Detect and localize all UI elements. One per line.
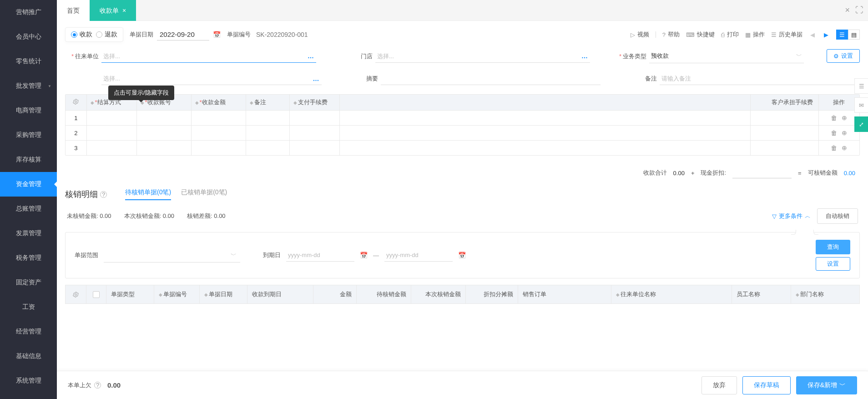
sidebar-item-fixed-assets[interactable]: 固定资产: [0, 270, 57, 295]
history-button[interactable]: ☰历史单据: [771, 30, 802, 39]
sidebar-item-invoice[interactable]: 发票管理: [0, 221, 57, 246]
tab-close-all-icon[interactable]: ×: [845, 5, 850, 15]
table-row[interactable]: 1🗑⊕: [66, 111, 859, 126]
help-button[interactable]: ?帮助: [662, 30, 680, 39]
sidebar-item-basic-info[interactable]: 基础信息: [0, 344, 57, 369]
staff-picker-icon[interactable]: …: [311, 75, 322, 82]
rail-btn-expand[interactable]: ⤢: [854, 116, 868, 132]
video-button[interactable]: ▷视频: [631, 30, 649, 39]
table-row[interactable]: 3🗑⊕: [66, 141, 859, 156]
radio-receive[interactable]: 收款: [71, 30, 92, 39]
delete-icon[interactable]: 🗑: [828, 114, 839, 121]
table-gear-header[interactable]: [66, 95, 86, 111]
bth-duedate[interactable]: 收款到期日: [247, 285, 313, 303]
due-to-input[interactable]: [384, 249, 453, 262]
sidebar-item-tax[interactable]: 税务管理: [0, 246, 57, 270]
save-draft-button[interactable]: 保存草稿: [742, 376, 791, 394]
add-row-icon[interactable]: ⊕: [839, 129, 849, 136]
store-input[interactable]: [375, 50, 580, 62]
rail-btn-2[interactable]: ✉: [854, 97, 868, 113]
summary-input[interactable]: [381, 72, 601, 85]
auto-clear-button[interactable]: 自动核销: [817, 208, 858, 224]
th-blank: [339, 95, 750, 111]
radio-refund[interactable]: 退款: [96, 30, 117, 39]
add-row-icon[interactable]: ⊕: [839, 144, 849, 152]
th-amt[interactable]: ◆*收款金额: [191, 95, 246, 111]
filter-range-select[interactable]: ﹀: [104, 248, 240, 263]
filter-setting-button[interactable]: 设置: [816, 257, 850, 271]
bth-amt[interactable]: 金额: [313, 285, 357, 303]
sidebar-item-operations[interactable]: 经营管理: [0, 319, 57, 344]
bth-docno[interactable]: ◆单据编号: [154, 285, 200, 303]
doc-date-input[interactable]: [157, 29, 209, 40]
abandon-button[interactable]: 放弃: [701, 376, 737, 394]
sidebar-item-ecommerce[interactable]: 电商管理: [0, 98, 57, 123]
th-payfee[interactable]: ◆支付手续费: [289, 95, 339, 111]
bth-doctype[interactable]: 单据类型: [106, 285, 154, 303]
bth-salesorder[interactable]: 销售订单: [518, 285, 611, 303]
bth-partyname[interactable]: ◆往来单位名称: [611, 285, 732, 303]
prev-doc-icon[interactable]: ◀: [809, 31, 816, 38]
th-note[interactable]: ◆备注: [246, 95, 289, 111]
help-icon[interactable]: ?: [94, 382, 101, 389]
tab-home[interactable]: 首页: [57, 0, 90, 21]
bth-pending[interactable]: 待核销金额: [357, 285, 411, 303]
bth-deptname[interactable]: ◆部门名称: [791, 285, 859, 303]
bth-gear[interactable]: [66, 285, 86, 303]
biztype-value[interactable]: 预收款: [649, 49, 794, 63]
discount-input[interactable]: [732, 167, 792, 178]
sidebar-item-ledger[interactable]: 总账管理: [0, 197, 57, 221]
sidebar-item-system[interactable]: 系统管理: [0, 369, 57, 393]
calendar-icon[interactable]: 📅: [458, 252, 466, 259]
tab-pending-clear[interactable]: 待核销单据(0笔): [125, 188, 171, 200]
table-row[interactable]: 2🗑⊕: [66, 126, 859, 141]
remark-input[interactable]: [660, 72, 860, 85]
sidebar-item-inventory[interactable]: 库存核算: [0, 147, 57, 172]
add-row-icon[interactable]: ⊕: [839, 114, 849, 121]
calendar-icon[interactable]: 📅: [213, 31, 221, 38]
delete-icon[interactable]: 🗑: [828, 129, 839, 136]
shortcut-button[interactable]: ⌨快捷键: [686, 30, 715, 39]
help-icon[interactable]: ?: [100, 191, 107, 198]
delete-icon[interactable]: 🗑: [828, 144, 839, 152]
sidebar-item-funds[interactable]: 资金管理: [0, 172, 57, 197]
view-list-icon[interactable]: ☰: [836, 30, 848, 40]
sort-icon: ◆: [159, 292, 162, 297]
print-button[interactable]: ⎙打印: [721, 30, 739, 39]
rail-btn-1[interactable]: ☰: [854, 78, 868, 94]
bth-thisamt[interactable]: 本次核销金额: [411, 285, 466, 303]
sidebar-item-procure[interactable]: 采购管理: [0, 123, 57, 147]
next-doc-icon[interactable]: ▶: [823, 31, 830, 38]
bth-checkbox[interactable]: [86, 285, 106, 303]
sidebar-item-salary[interactable]: 工资: [0, 295, 57, 319]
save-new-button[interactable]: 保存&新增﹀: [796, 376, 857, 394]
party-input[interactable]: [101, 50, 306, 62]
form-setting-button[interactable]: ⚙设置: [827, 49, 860, 63]
party-picker-icon[interactable]: …: [306, 52, 316, 60]
calendar-icon[interactable]: 📅: [360, 252, 368, 259]
store-picker-icon[interactable]: …: [580, 52, 590, 60]
sidebar-item-retail-stats[interactable]: 零售统计: [0, 49, 57, 74]
tab-receipt[interactable]: 收款单 ×: [90, 0, 136, 21]
bth-discshare[interactable]: 折扣分摊额: [466, 285, 518, 303]
bth-docdate[interactable]: ◆单据日期: [200, 285, 247, 303]
close-icon[interactable]: ×: [122, 0, 126, 21]
sidebar-item-wholesale[interactable]: 批发管理: [0, 74, 57, 98]
sidebar-item-member[interactable]: 会员中心: [0, 25, 57, 49]
fullscreen-icon[interactable]: ⛶: [855, 5, 863, 15]
summary-field: 摘要: [344, 72, 601, 85]
more-conditions-toggle[interactable]: ▽更多条件︿: [772, 212, 811, 220]
staff-input[interactable]: [101, 72, 311, 85]
due-from-input[interactable]: [286, 249, 354, 262]
query-button[interactable]: 查询: [816, 240, 850, 254]
play-icon: ▷: [631, 31, 635, 38]
tab-cleared[interactable]: 已核销单据(0笔): [181, 188, 227, 200]
filter-range-field: 单据范围 ﹀: [75, 248, 240, 263]
sidebar-item-marketing[interactable]: 营销推广: [0, 0, 57, 25]
sidebar-item-enterprise[interactable]: 企业协同: [0, 393, 57, 399]
operate-button[interactable]: ▦操作: [745, 30, 765, 39]
chevron-down-icon[interactable]: ﹀: [794, 52, 804, 60]
bth-empname[interactable]: 员工名称: [732, 285, 791, 303]
view-card-icon[interactable]: ▤: [848, 30, 860, 40]
plus-sign: +: [691, 170, 695, 177]
